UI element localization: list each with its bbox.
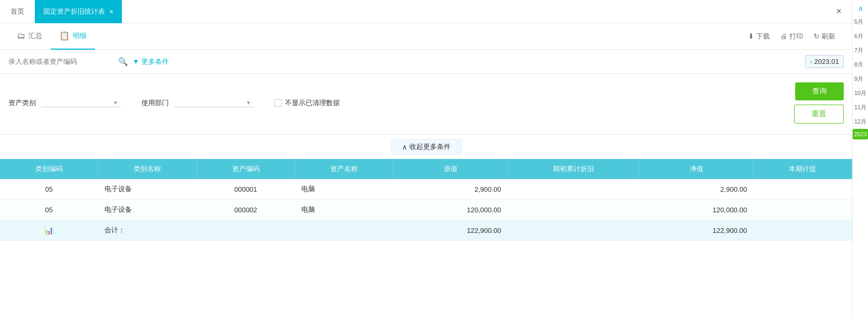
refresh-label: 刷新 [822,32,835,41]
sidebar-month-item[interactable]: 12月 [854,115,866,129]
cell-accum-deprec [508,179,640,200]
asset-type-select[interactable]: ▼ [41,99,120,107]
filter-icon: ▼ [132,58,139,65]
col-asset-name: 资产名称 [295,159,394,179]
date-nav-button[interactable]: › 2023.01 [805,55,844,68]
total-row: 📊 合计： 122,900.00 122,900.00 [0,220,852,241]
sidebar-month-item[interactable]: 9月 [854,72,866,86]
cell-current-deprec [753,200,852,220]
toolbar-buttons: ⬇ 下载 🖨 打印 ↻ 刷新 [748,32,844,41]
col-asset-code: 资产编码 [196,159,295,179]
asset-type-filter: 资产类别 ▼ [8,98,120,108]
total-accum-deprec [508,220,640,241]
right-sidebar: ∧ 5月6月7月8月9月10月11月12月 2023 [852,0,868,319]
total-current-deprec [753,220,852,241]
data-table: 类别编码 类别名称 资产编码 资产名称 原值 期初累计折旧 净值 本期计提 05… [0,159,852,241]
sidebar-month-item[interactable]: 11月 [854,100,866,115]
filter-buttons: 查询 重置 [794,82,844,124]
total-label-cell: 合计： [98,220,394,241]
data-table-wrapper: 类别编码 类别名称 资产编码 资产名称 原值 期初累计折旧 净值 本期计提 05… [0,159,852,319]
print-button[interactable]: 🖨 打印 [780,32,803,41]
summary-tab-label: 汇总 [28,31,42,41]
no-cleared-checkbox-area: 不显示已清理数据 [274,98,340,108]
cell-original-value: 120,000.00 [394,200,508,220]
tab-summary[interactable]: 🗂 汇总 [8,23,51,50]
cell-asset-code: 000002 [196,200,295,220]
home-link[interactable]: 首页 [0,7,35,16]
detail-icon: 📋 [59,31,70,41]
department-arrow-icon: ▼ [246,100,251,106]
download-icon: ⬇ [748,32,754,40]
table-body: 05 电子设备 000001 电脑 2,900.00 2,900.00 05 电… [0,179,852,241]
print-label: 打印 [789,32,803,41]
col-category-name: 类别名称 [98,159,197,179]
col-net-value: 净值 [640,159,753,179]
cell-category-code: 05 [0,200,98,220]
download-button[interactable]: ⬇ 下载 [748,32,770,41]
table-row: 05 电子设备 000001 电脑 2,900.00 2,900.00 [0,179,852,200]
asset-type-label: 资产类别 [8,98,36,108]
cell-category-name: 电子设备 [98,200,197,220]
sidebar-months: 5月6月7月8月9月10月11月12月 [854,15,866,129]
sidebar-nav-up-icon[interactable]: ∧ [856,2,865,15]
query-button[interactable]: 查询 [795,82,844,100]
detail-tab-label: 明细 [73,31,87,41]
total-icon-cell: 📊 [0,220,98,241]
refresh-icon: ↻ [814,32,819,40]
department-label: 使用部门 [141,98,169,108]
no-cleared-label: 不显示已清理数据 [285,98,340,108]
filter-row-1: 资产类别 ▼ 使用部门 ▼ 不显示已清理数据 查询 重置 [8,82,844,124]
collapse-more-button[interactable]: ∧ 收起更多条件 [391,139,462,155]
filter-area: 资产类别 ▼ 使用部门 ▼ 不显示已清理数据 查询 重置 [0,74,852,135]
collapse-more-area: ∧ 收起更多条件 [0,135,852,159]
sub-tabs-bar: 🗂 汇总 📋 明细 ⬇ 下载 🖨 打印 ↻ 刷新 [0,23,852,50]
summary-icon: 🗂 [17,31,25,41]
cell-asset-name: 电脑 [295,179,394,200]
download-label: 下载 [756,32,770,41]
refresh-button[interactable]: ↻ 刷新 [814,32,835,41]
cell-net-value: 2,900.00 [640,179,753,200]
col-original-value: 原值 [394,159,508,179]
no-cleared-checkbox[interactable] [274,99,282,107]
search-bar: 🔍 ▼ 更多条件 › 2023.01 [0,50,852,74]
department-filter: 使用部门 ▼ [141,98,253,108]
print-icon: 🖨 [780,32,787,40]
col-current-deprec: 本期计提 [753,159,852,179]
collapse-label: 收起更多条件 [409,142,451,152]
date-display: 2023.01 [814,58,839,65]
sidebar-month-item[interactable]: 10月 [854,86,866,100]
window-close-button[interactable]: × [825,6,852,17]
cell-category-name: 电子设备 [98,179,197,200]
sidebar-month-item[interactable]: 5月 [854,15,866,29]
chevron-left-icon[interactable]: › [810,58,812,65]
tab-label: 固定资产折旧统计表 [43,7,105,16]
active-tab[interactable]: 固定资产折旧统计表 × [35,0,122,23]
tab-close-icon[interactable]: × [109,7,113,16]
search-icon[interactable]: 🔍 [118,57,128,67]
sidebar-month-item[interactable]: 7月 [854,43,866,58]
col-category-code: 类别编码 [0,159,98,179]
asset-type-arrow-icon: ▼ [113,100,118,106]
tab-detail[interactable]: 📋 明细 [51,23,95,50]
total-net-value: 122,900.00 [640,220,753,241]
collapse-icon: ∧ [402,143,407,151]
sidebar-month-item[interactable]: 8月 [854,58,866,72]
cell-asset-name: 电脑 [295,200,394,220]
department-select[interactable]: ▼ [174,99,253,107]
cell-category-code: 05 [0,179,98,200]
sidebar-month-item[interactable]: 6月 [854,29,866,43]
cell-current-deprec [753,179,852,200]
col-accum-deprec: 期初累计折旧 [508,159,640,179]
more-filter-button[interactable]: ▼ 更多条件 [132,57,169,67]
reset-button[interactable]: 重置 [794,105,844,124]
cell-accum-deprec [508,200,640,220]
top-nav: 首页 固定资产折旧统计表 × × [0,0,852,23]
table-header-row: 类别编码 类别名称 资产编码 资产名称 原值 期初累计折旧 净值 本期计提 [0,159,852,179]
table-row: 05 电子设备 000002 电脑 120,000.00 120,000.00 [0,200,852,220]
search-input[interactable] [8,58,114,65]
sidebar-year-badge[interactable]: 2023 [853,129,867,139]
total-icon: 📊 [44,226,53,234]
cell-asset-code: 000001 [196,179,295,200]
filter-label: 更多条件 [141,57,169,67]
cell-net-value: 120,000.00 [640,200,753,220]
